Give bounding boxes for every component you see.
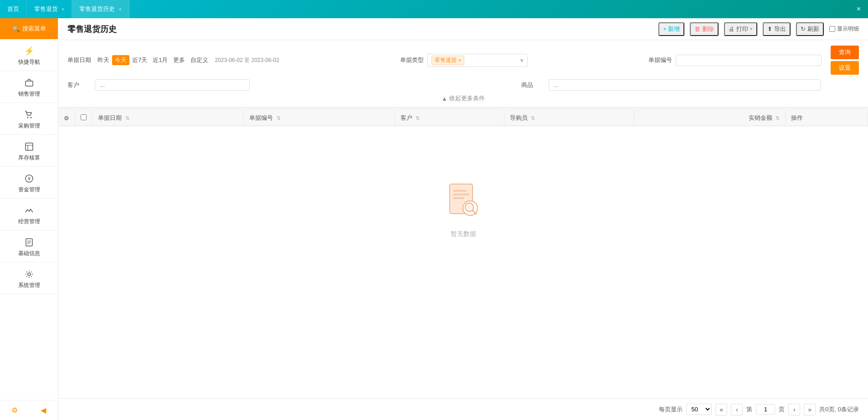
- page-first-button[interactable]: «: [715, 404, 727, 415]
- page-prev-button[interactable]: ‹: [731, 404, 743, 415]
- settings-button[interactable]: 设置: [831, 61, 859, 75]
- tab-home[interactable]: 首页: [0, 0, 27, 18]
- filter-area: 单据日期 昨天 今天 近7天 近1月 更多 自定义 2023-06-02 至 2…: [58, 40, 868, 108]
- tab-retail-return-history[interactable]: 零售退货历史 ×: [72, 0, 129, 18]
- collapse-filter-button[interactable]: ▲ 收起更多条件: [67, 92, 859, 103]
- sidebar-item-basic-info[interactable]: 基础信息: [0, 230, 58, 262]
- header-actions: + 新增 🗑 删除 🖨 打印 ▾ ⬆ 导出 ↻ 刷新 显示明细: [658, 22, 859, 36]
- date-filter: 昨天 今天 近7天 近1月 更多 自定义 2023-06-02 至 2023-0…: [95, 55, 279, 65]
- svg-rect-11: [453, 197, 464, 199]
- th-guide: 导购员 ⇅: [504, 110, 634, 126]
- th-settings[interactable]: ⚙: [58, 110, 75, 126]
- purchase-icon: [24, 109, 35, 120]
- sidebar-search-label: 搜索菜单: [22, 25, 46, 33]
- voucher-filter-input[interactable]: [676, 55, 822, 66]
- content-area: 零售退货历史 + 新增 🗑 删除 🖨 打印 ▾ ⬆ 导出 ↻ 刷新: [58, 18, 868, 420]
- date-opt-custom[interactable]: 自定义: [188, 55, 211, 65]
- window-close-button[interactable]: ×: [849, 5, 868, 13]
- th-guide-sort-icon[interactable]: ⇅: [531, 115, 535, 121]
- th-voucher-sort-icon[interactable]: ⇅: [277, 115, 281, 121]
- date-opt-yesterday[interactable]: 昨天: [95, 55, 112, 65]
- sidebar-item-sales[interactable]: 销售管理: [0, 71, 58, 103]
- date-opt-more[interactable]: 更多: [170, 55, 188, 65]
- tab-retail-return-history-label: 零售退货历史: [79, 5, 115, 13]
- per-page-select[interactable]: 50 100 200: [686, 404, 712, 415]
- page-input[interactable]: [756, 404, 775, 415]
- svg-rect-3: [26, 143, 33, 150]
- sidebar-item-quick-nav-label: 快捷导航: [18, 58, 40, 66]
- empty-state-icon: [441, 177, 486, 223]
- new-button[interactable]: + 新增: [658, 22, 684, 36]
- sidebar-search[interactable]: 🔍 搜索菜单: [0, 18, 58, 39]
- top-bar: 首页 零售退货 × 零售退货历史 × ×: [0, 0, 868, 18]
- svg-rect-0: [26, 81, 33, 86]
- show-detail-label: 显示明细: [829, 25, 859, 33]
- page-label: 第: [746, 405, 752, 414]
- refresh-label: 刷新: [807, 25, 819, 33]
- refresh-button[interactable]: ↻ 刷新: [796, 22, 824, 36]
- th-date-sort-icon[interactable]: ⇅: [125, 115, 129, 121]
- th-customer-sort-icon[interactable]: ⇅: [416, 115, 420, 121]
- sidebar-audio-button[interactable]: ◀: [29, 400, 58, 420]
- tab-retail-return[interactable]: 零售退货 ×: [27, 0, 72, 18]
- tab-retail-return-close[interactable]: ×: [62, 6, 64, 12]
- sales-icon: [24, 77, 35, 88]
- print-label: 打印: [736, 25, 748, 33]
- svg-point-15: [467, 205, 472, 210]
- th-amount: 实销金额 ⇅: [634, 110, 786, 126]
- print-button[interactable]: 🖨 打印 ▾: [724, 22, 757, 36]
- export-icon: ⬆: [767, 26, 772, 32]
- sidebar-item-quick-nav[interactable]: ⚡ 快捷导航: [0, 39, 58, 71]
- print-chevron-icon: ▾: [750, 26, 753, 32]
- page-title: 零售退货历史: [67, 24, 117, 35]
- per-page-label: 每页显示: [659, 405, 683, 414]
- table-area: ⚙ 单据日期 ⇅ 单据编号 ⇅: [58, 110, 868, 420]
- page-next-button[interactable]: ›: [788, 404, 800, 415]
- export-button[interactable]: ⬆ 导出: [763, 22, 791, 36]
- main-layout: 🔍 搜索菜单 ⚡ 快捷导航 销售管理 采购管理 库存核算: [0, 18, 868, 420]
- sidebar-item-purchase[interactable]: 采购管理: [0, 103, 58, 135]
- sidebar-item-inventory[interactable]: 库存核算: [0, 135, 58, 167]
- svg-rect-9: [453, 190, 467, 192]
- table-settings-icon[interactable]: ⚙: [64, 115, 69, 122]
- sidebar-item-system[interactable]: 系统管理: [0, 262, 58, 294]
- sidebar-item-operations[interactable]: 经营管理: [0, 199, 58, 230]
- date-opt-1month[interactable]: 近1月: [150, 55, 170, 65]
- type-filter-select[interactable]: 零售退货 × ▾: [427, 54, 528, 67]
- select-all-checkbox[interactable]: [81, 114, 87, 120]
- type-filter-chevron-icon: ▾: [520, 57, 524, 64]
- svg-rect-10: [453, 194, 469, 195]
- th-guide-label: 导购员: [510, 114, 528, 121]
- quick-nav-icon: ⚡: [24, 46, 35, 56]
- collapse-filter-label: 收起更多条件: [449, 94, 485, 102]
- th-amount-sort-icon[interactable]: ⇅: [776, 115, 780, 121]
- th-action-label: 操作: [791, 114, 803, 121]
- show-detail-checkbox[interactable]: [829, 26, 835, 32]
- customer-filter-input[interactable]: [95, 79, 250, 91]
- svg-point-2: [30, 117, 31, 118]
- sidebar-item-inventory-label: 库存核算: [18, 154, 40, 162]
- goods-filter-label: 商品: [521, 81, 549, 89]
- page-last-button[interactable]: »: [804, 404, 816, 415]
- sidebar-settings-button[interactable]: ⚙: [0, 400, 29, 420]
- filter-row-2: 客户 商品: [67, 79, 859, 91]
- date-range-text: 2023-06-02 至 2023-06-02: [215, 56, 279, 64]
- delete-button[interactable]: 🗑 删除: [690, 22, 719, 36]
- page-unit: 页: [779, 405, 785, 414]
- sidebar-item-operations-label: 经营管理: [18, 218, 40, 225]
- sidebar-item-finance[interactable]: ¥ 资金管理: [0, 167, 58, 199]
- query-button[interactable]: 查询: [831, 46, 859, 59]
- sidebar-bottom: ⚙ ◀: [0, 400, 58, 420]
- collapse-up-icon: ▲: [442, 95, 447, 102]
- tab-retail-return-history-close[interactable]: ×: [118, 6, 121, 12]
- total-info: 共0页, 0条记录: [819, 405, 859, 414]
- type-filter-tag-close[interactable]: ×: [458, 57, 461, 63]
- th-checkbox[interactable]: [75, 110, 92, 126]
- tab-home-label: 首页: [7, 5, 19, 13]
- goods-filter-input[interactable]: [549, 79, 821, 91]
- date-opt-7days[interactable]: 近7天: [129, 55, 150, 65]
- svg-text:¥: ¥: [27, 176, 31, 181]
- date-opt-today[interactable]: 今天: [112, 55, 129, 65]
- svg-point-1: [27, 117, 28, 118]
- type-filter-label: 单据类型: [400, 56, 427, 64]
